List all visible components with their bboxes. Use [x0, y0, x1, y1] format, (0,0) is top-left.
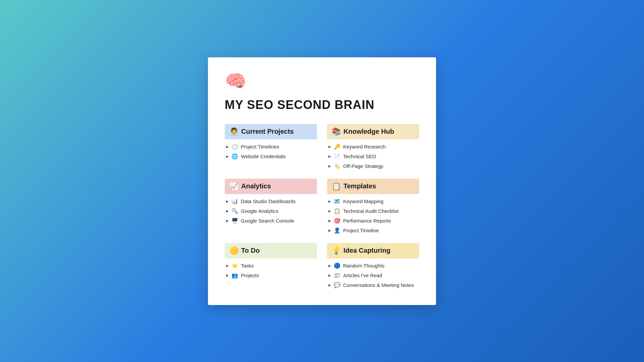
- section-header-current-projects: 🧑‍💼Current Projects: [225, 124, 317, 139]
- list-item[interactable]: ▶🎯Performance Reports: [328, 218, 419, 224]
- list-item[interactable]: ▶🏷️Off-Page Strategy: [328, 163, 419, 169]
- section-label-knowledge-hub: Knowledge Hub: [343, 128, 394, 135]
- section-icon-knowledge-hub: 📚: [332, 127, 341, 136]
- section-current-projects: 🧑‍💼Current Projects▶🕐Project Timelines▶🌐…: [225, 124, 317, 169]
- item-icon: 📊: [231, 198, 238, 204]
- item-label: Google Search Console: [241, 218, 294, 224]
- item-label: Data Studio Dashboards: [241, 198, 296, 204]
- section-label-templates: Templates: [343, 182, 376, 190]
- list-item[interactable]: ▶📊Data Studio Dashboards: [226, 198, 317, 204]
- list-item[interactable]: ▶🔍Google Analytics: [226, 208, 317, 214]
- list-item[interactable]: ▶📋Technical Audit Checklist: [328, 208, 419, 214]
- arrow-icon: ▶: [226, 155, 229, 158]
- arrow-icon: ▶: [328, 229, 331, 232]
- section-items-templates: ▶🗺️Keyword Mapping▶📋Technical Audit Chec…: [327, 198, 419, 234]
- section-icon-current-projects: 🧑‍💼: [229, 127, 238, 136]
- list-item[interactable]: ▶📄Technical SEO: [328, 153, 419, 160]
- arrow-icon: ▶: [328, 199, 331, 203]
- section-icon-analytics: 📈: [229, 182, 238, 191]
- section-items-analytics: ▶📊Data Studio Dashboards▶🔍Google Analyti…: [225, 198, 317, 224]
- item-label: Keyword Research: [343, 144, 386, 149]
- item-label: Random Thoughts: [343, 263, 384, 268]
- item-icon: 🕐: [231, 143, 238, 150]
- arrow-icon: ▶: [226, 209, 229, 213]
- section-items-todo: ▶⭐Tasks▶👥Projects: [225, 262, 317, 279]
- arrow-icon: ▶: [226, 219, 229, 223]
- list-item[interactable]: ▶🖥️Google Search Console: [226, 218, 317, 224]
- item-icon: 🔵: [334, 262, 340, 269]
- list-item[interactable]: ▶📰Articles I've Read: [328, 272, 419, 279]
- arrow-icon: ▶: [328, 145, 331, 148]
- section-items-knowledge-hub: ▶🔑Keyword Research▶📄Technical SEO▶🏷️Off-…: [327, 143, 419, 169]
- section-idea-capturing: 💡Idea Capturing▶🔵Random Thoughts▶📰Articl…: [327, 243, 419, 288]
- list-item[interactable]: ▶🔑Keyword Research: [328, 143, 419, 150]
- list-item[interactable]: ▶🕐Project Timelines: [226, 143, 317, 150]
- arrow-icon: ▶: [226, 199, 229, 203]
- item-icon: 🔍: [231, 208, 238, 214]
- item-label: Technical Audit Checklist: [343, 208, 398, 214]
- item-icon: 🎯: [334, 218, 340, 224]
- section-header-analytics: 📈Analytics: [225, 179, 317, 194]
- section-label-todo: To Do: [241, 247, 260, 254]
- page-title: MY SEO SECOND BRAIN: [225, 98, 419, 112]
- section-icon-templates: 📋: [332, 182, 341, 191]
- list-item[interactable]: ▶🌐Website Credentials: [226, 153, 317, 160]
- item-label: Keyword Mapping: [343, 198, 383, 204]
- arrow-icon: ▶: [328, 264, 331, 267]
- list-item[interactable]: ▶👥Projects: [226, 272, 317, 279]
- list-item[interactable]: ▶💬Conversations & Meeting Notes: [328, 282, 419, 288]
- section-items-idea-capturing: ▶🔵Random Thoughts▶📰Articles I've Read▶💬C…: [327, 262, 419, 288]
- item-label: Project Timeline: [343, 228, 379, 233]
- item-icon: ⭐: [231, 262, 238, 269]
- section-items-current-projects: ▶🕐Project Timelines▶🌐Website Credentials: [225, 143, 317, 160]
- item-icon: 📋: [334, 208, 340, 214]
- arrow-icon: ▶: [328, 209, 331, 213]
- item-icon: 👥: [231, 272, 238, 279]
- item-label: Website Credentials: [241, 154, 286, 159]
- arrow-icon: ▶: [328, 155, 331, 158]
- section-icon-todo: 🟡: [229, 246, 238, 255]
- list-item[interactable]: ▶🗺️Keyword Mapping: [328, 198, 419, 204]
- item-label: Google Analytics: [241, 208, 278, 214]
- item-label: Conversations & Meeting Notes: [343, 282, 414, 288]
- item-icon: 📰: [334, 272, 340, 279]
- item-icon: 👤: [334, 227, 340, 234]
- item-label: Project Timelines: [241, 144, 279, 149]
- section-header-idea-capturing: 💡Idea Capturing: [327, 243, 419, 258]
- sections-grid: 🧑‍💼Current Projects▶🕐Project Timelines▶🌐…: [225, 124, 419, 288]
- item-label: Off-Page Strategy: [343, 163, 383, 169]
- section-icon-idea-capturing: 💡: [332, 246, 341, 255]
- section-label-analytics: Analytics: [241, 182, 271, 190]
- page-container: 🧠 MY SEO SECOND BRAIN 🧑‍💼Current Project…: [208, 57, 436, 305]
- item-icon: 📄: [334, 153, 340, 160]
- item-icon: 🏷️: [334, 163, 340, 169]
- section-header-todo: 🟡To Do: [225, 243, 317, 258]
- list-item[interactable]: ▶🔵Random Thoughts: [328, 262, 419, 269]
- item-icon: 💬: [334, 282, 340, 288]
- arrow-icon: ▶: [328, 219, 331, 223]
- arrow-icon: ▶: [328, 274, 331, 277]
- item-icon: 🗺️: [334, 198, 340, 204]
- section-analytics: 📈Analytics▶📊Data Studio Dashboards▶🔍Goog…: [225, 179, 317, 234]
- section-templates: 📋Templates▶🗺️Keyword Mapping▶📋Technical …: [327, 179, 419, 234]
- item-label: Articles I've Read: [343, 273, 382, 278]
- section-label-current-projects: Current Projects: [241, 128, 294, 135]
- item-label: Projects: [241, 273, 259, 278]
- list-item[interactable]: ▶👤Project Timeline: [328, 227, 419, 234]
- section-knowledge-hub: 📚Knowledge Hub▶🔑Keyword Research▶📄Techni…: [327, 124, 419, 169]
- item-icon: 🌐: [231, 153, 238, 160]
- item-label: Tasks: [241, 263, 254, 268]
- item-icon: 🖥️: [231, 218, 238, 224]
- arrow-icon: ▶: [226, 145, 229, 148]
- section-label-idea-capturing: Idea Capturing: [343, 247, 390, 254]
- arrow-icon: ▶: [328, 283, 331, 287]
- arrow-icon: ▶: [226, 274, 229, 277]
- section-header-templates: 📋Templates: [327, 179, 419, 194]
- list-item[interactable]: ▶⭐Tasks: [226, 262, 317, 269]
- arrow-icon: ▶: [226, 264, 229, 267]
- item-label: Technical SEO: [343, 154, 376, 159]
- brain-icon: 🧠: [225, 71, 419, 91]
- item-label: Performance Reports: [343, 218, 391, 224]
- section-todo: 🟡To Do▶⭐Tasks▶👥Projects: [225, 243, 317, 288]
- section-header-knowledge-hub: 📚Knowledge Hub: [327, 124, 419, 139]
